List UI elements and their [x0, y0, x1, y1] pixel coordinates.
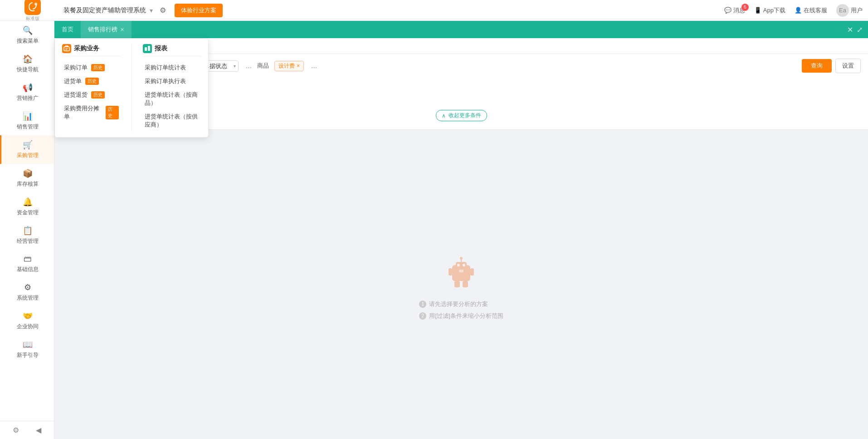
sidebar-item-inventory[interactable]: 📦 库存核算: [0, 164, 54, 192]
collapse-btn[interactable]: ∧ 收起更多条件: [436, 110, 487, 121]
settings-btn[interactable]: 设置: [835, 59, 861, 73]
svg-rect-6: [449, 268, 452, 276]
tab-home[interactable]: 首页: [54, 21, 81, 38]
dropdown-report-title: 报表: [143, 44, 201, 56]
messages-btn[interactable]: 💬 消息 6: [724, 6, 745, 15]
sidebar-item-finance[interactable]: 🔔 资金管理: [0, 192, 54, 221]
finance-icon: 🔔: [23, 197, 33, 207]
empty-tip-1: 1 请先选择要分析的方案: [419, 300, 503, 308]
goods-tag: 设计费 ×: [274, 61, 304, 71]
report-col-icon: [143, 44, 152, 53]
tip-num-1: 1: [419, 301, 426, 308]
online-service-btn[interactable]: 👤 在线客服: [795, 6, 827, 15]
sidebar-item-search[interactable]: 🔍 搜索菜单: [0, 21, 54, 49]
tab-bar-right: ✕ ⤢: [847, 25, 868, 34]
user-btn[interactable]: Ea 用户: [836, 4, 863, 17]
settings-icon[interactable]: ⚙: [156, 4, 169, 17]
sidebar: 🔍 搜索菜单 🏠 快捷导航 📢 营销推广 📊 销售管理 🛒 采购管理 📦 库存核…: [0, 21, 54, 439]
app-title: 装餐及固定资产辅助管理系统 ▾: [63, 6, 153, 15]
tab-resize-icon[interactable]: ⤢: [857, 25, 863, 34]
sidebar-item-sales[interactable]: 📊 销售管理: [0, 107, 54, 135]
history-badge-4: 历史: [106, 106, 118, 119]
message-icon: 💬: [724, 7, 731, 14]
content-area: 首页 销售排行榜 ✕ ✕ ⤢ ? 帮助 🖨 按模板打印: [54, 21, 868, 439]
tab-bar: 首页 销售排行榜 ✕ ✕ ⤢: [54, 21, 868, 38]
svg-point-0: [34, 3, 37, 5]
app-logo: 标准版: [5, 0, 60, 22]
sidebar-item-purchase[interactable]: 🛒 采购管理: [0, 135, 54, 164]
dropdown-item-purchase-order[interactable]: 采购订单 历史: [62, 61, 121, 74]
query-btn[interactable]: 查询: [802, 59, 832, 73]
title-dropdown-icon[interactable]: ▾: [150, 7, 153, 14]
svg-rect-5: [459, 270, 463, 272]
sidebar-item-operations[interactable]: 📋 经营管理: [0, 221, 54, 250]
dropdown-purchase-col: 采购业务 采购订单 历史 进货单 历史 进货退货 历史 采购费用分摊单 历史: [62, 44, 121, 132]
sales-icon: 📊: [23, 111, 33, 121]
sidebar-settings-btn[interactable]: ⚙: [13, 426, 19, 434]
basic-icon: 🗃: [24, 254, 32, 264]
svg-point-11: [460, 257, 463, 260]
dropdown-item-incoming-stat-goods[interactable]: 进货单统计表（按商品）: [143, 88, 201, 110]
sidebar-item-newguide[interactable]: 📖 新手引导: [0, 335, 54, 364]
dropdown-menu: 采购业务 采购订单 历史 进货单 历史 进货退货 历史 采购费用分摊单 历史: [54, 38, 209, 138]
newguide-icon: 📖: [23, 340, 33, 350]
empty-tips: 1 请先选择要分析的方案 2 用[过滤]条件来缩小分析范围: [419, 300, 503, 320]
sidebar-item-enterprise[interactable]: 🤝 企业协同: [0, 306, 54, 335]
operations-icon: 📋: [23, 226, 33, 236]
goods-dots[interactable]: ...: [311, 62, 317, 70]
purchase-icon: 🛒: [23, 140, 33, 150]
logo-subtitle: 标准版: [26, 15, 39, 22]
purchase-col-icon: [62, 44, 71, 53]
collapse-icon: ∧: [442, 113, 446, 119]
sidebar-item-basic[interactable]: 🗃 基础信息: [0, 250, 54, 278]
goods-tag-remove[interactable]: ×: [297, 63, 300, 69]
message-badge: 6: [741, 4, 749, 11]
bill-status-dots[interactable]: ...: [246, 62, 252, 70]
svg-rect-9: [463, 281, 468, 287]
industry-btn[interactable]: 体验行业方案: [175, 4, 223, 17]
svg-rect-16: [148, 46, 150, 51]
dropdown-item-return[interactable]: 进货退货 历史: [62, 88, 121, 102]
history-badge-2: 历史: [85, 78, 99, 85]
svg-rect-8: [454, 281, 460, 287]
empty-illustration: [439, 249, 484, 295]
system-icon: ⚙: [24, 282, 31, 292]
dropdown-item-purchase-order-stat[interactable]: 采购订单统计表: [143, 61, 201, 74]
enterprise-icon: 🤝: [23, 311, 33, 321]
dropdown-item-expense[interactable]: 采购费用分摊单 历史: [62, 102, 121, 123]
goods-label: 商品: [257, 62, 269, 70]
sidebar-item-shortcut[interactable]: 🏠 快捷导航: [0, 49, 54, 78]
tab-close-all-icon[interactable]: ✕: [847, 25, 853, 34]
sidebar-bottom: ⚙ ◀: [0, 421, 54, 439]
logo-icon: [24, 0, 41, 15]
dropdown-report-col: 报表 采购订单统计表 采购订单执行表 进货单统计表（按商品） 进货单统计表（按供…: [143, 44, 201, 132]
tab-sales-rank[interactable]: 销售排行榜 ✕: [81, 21, 132, 38]
app-download-btn[interactable]: 📱 App下载: [754, 6, 785, 15]
svg-point-3: [457, 264, 460, 266]
dropdown-purchase-title: 采购业务: [62, 44, 121, 56]
svg-point-4: [463, 264, 465, 266]
svg-rect-7: [470, 268, 474, 276]
filter-bar-right: 查询 设置: [802, 59, 861, 73]
dropdown-divider: [132, 44, 132, 132]
main-layout: 🔍 搜索菜单 🏠 快捷导航 📢 营销推广 📊 销售管理 🛒 采购管理 📦 库存核…: [0, 21, 868, 439]
history-badge-1: 历史: [91, 64, 105, 71]
marketing-icon: 📢: [23, 83, 33, 93]
empty-tip-2: 2 用[过滤]条件来缩小分析范围: [419, 312, 503, 320]
sidebar-item-system[interactable]: ⚙ 系统管理: [0, 278, 54, 306]
tip-num-2: 2: [419, 312, 426, 320]
search-icon: 🔍: [23, 25, 33, 35]
dropdown-item-incoming[interactable]: 进货单 历史: [62, 74, 121, 88]
dropdown-item-purchase-order-exec[interactable]: 采购订单执行表: [143, 74, 201, 88]
home-icon: 🏠: [23, 54, 33, 64]
empty-state: 1 请先选择要分析的方案 2 用[过滤]条件来缩小分析范围: [54, 130, 868, 439]
tab-close-icon[interactable]: ✕: [120, 27, 124, 33]
top-bar: 标准版 装餐及固定资产辅助管理系统 ▾ ⚙ 体验行业方案 💬 消息 6 📱 Ap…: [0, 0, 868, 21]
service-icon: 👤: [795, 7, 802, 14]
svg-rect-15: [145, 47, 147, 51]
sidebar-collapse-btn[interactable]: ◀: [36, 426, 41, 434]
dropdown-item-incoming-stat-supplier[interactable]: 进货单统计表（按供应商）: [143, 110, 201, 132]
history-badge-3: 历史: [91, 91, 105, 99]
topbar-right: 💬 消息 6 📱 App下载 👤 在线客服 Ea 用户: [724, 4, 863, 17]
sidebar-item-marketing[interactable]: 📢 营销推广: [0, 78, 54, 107]
